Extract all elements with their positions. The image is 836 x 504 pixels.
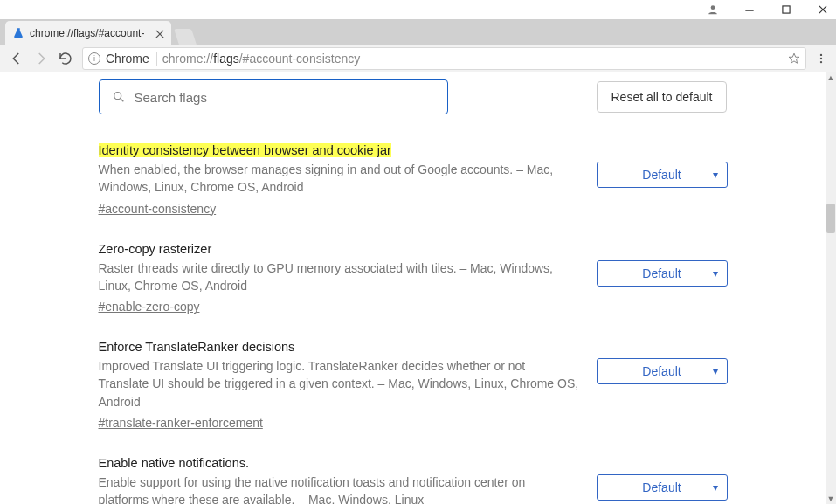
flag-dropdown-value: Default [642, 266, 681, 280]
user-profile-icon[interactable] [707, 3, 719, 16]
flag-row: Identity consistency between browser and… [99, 142, 728, 217]
tab-title: chrome://flags/#account- [30, 27, 144, 39]
window-titlebar [0, 0, 836, 19]
reset-all-button[interactable]: Reset all to default [597, 81, 728, 113]
svg-point-7 [820, 53, 822, 55]
tabstrip: chrome://flags/#account- [0, 19, 836, 45]
flag-description: When enabled, the browser manages signin… [99, 161, 579, 197]
flag-dropdown-value: Default [642, 364, 681, 378]
page-info-icon[interactable]: i [88, 52, 100, 65]
scrollbar-thumb[interactable] [826, 204, 835, 233]
flag-description: Enable support for using the native noti… [99, 473, 579, 504]
reload-icon[interactable] [58, 51, 73, 66]
scroll-up-icon[interactable]: ▲ [826, 72, 836, 83]
tab-flags[interactable]: chrome://flags/#account- [5, 21, 171, 45]
toolbar: i Chrome chrome://flags/#account-consist… [0, 45, 836, 72]
omnibox-url: chrome://flags/#account-consistency [162, 52, 783, 66]
flag-dropdown[interactable]: Default [597, 358, 728, 384]
flag-dropdown-value: Default [642, 168, 681, 182]
omnibox[interactable]: i Chrome chrome://flags/#account-consist… [82, 47, 806, 70]
flag-description: Improved Translate UI triggering logic. … [99, 357, 579, 411]
bookmark-star-icon[interactable] [788, 52, 800, 65]
svg-point-9 [820, 60, 822, 62]
minimize-icon[interactable] [743, 3, 756, 16]
svg-line-11 [121, 99, 123, 101]
vertical-scrollbar[interactable]: ▲ ▼ [826, 72, 836, 504]
flag-anchor-link[interactable]: #enable-zero-copy [99, 300, 200, 314]
flag-row: Zero-copy rasterizer Raster threads writ… [99, 241, 728, 315]
forward-icon [33, 51, 49, 66]
flag-anchor-link[interactable]: #translate-ranker-enforcement [99, 416, 263, 430]
flag-dropdown[interactable]: Default [597, 260, 728, 287]
svg-point-10 [114, 93, 121, 100]
close-tab-icon[interactable] [155, 29, 164, 38]
flag-dropdown-value: Default [642, 480, 681, 494]
scroll-down-icon[interactable]: ▼ [826, 494, 836, 504]
back-icon[interactable] [9, 51, 24, 66]
flag-row: Enable native notifications. Enable supp… [99, 455, 728, 504]
flag-title: Enable native notifications. [99, 456, 250, 470]
close-window-icon[interactable] [817, 3, 829, 16]
flag-title: Zero-copy rasterizer [99, 242, 212, 256]
page-content: Reset all to default Identity consistenc… [0, 72, 826, 504]
new-tab-button[interactable] [174, 29, 197, 45]
omnibox-label: Chrome [106, 52, 157, 66]
flag-row: Enforce TranslateRanker decisions Improv… [99, 339, 728, 431]
flag-dropdown[interactable]: Default [597, 162, 728, 188]
menu-icon[interactable] [815, 52, 827, 65]
flag-title: Identity consistency between browser and… [99, 143, 391, 157]
flag-title: Enforce TranslateRanker decisions [99, 340, 295, 354]
search-icon [112, 90, 126, 104]
flag-description: Raster threads write directly to GPU mem… [99, 259, 579, 295]
flag-anchor-link[interactable]: #account-consistency [99, 202, 217, 216]
maximize-icon[interactable] [780, 3, 792, 16]
flag-dropdown[interactable]: Default [597, 474, 728, 501]
svg-point-8 [820, 57, 822, 59]
search-flags-box[interactable] [99, 79, 448, 114]
flask-icon [12, 27, 24, 39]
search-input[interactable] [135, 90, 435, 105]
svg-rect-2 [783, 6, 790, 13]
svg-point-0 [711, 5, 715, 10]
